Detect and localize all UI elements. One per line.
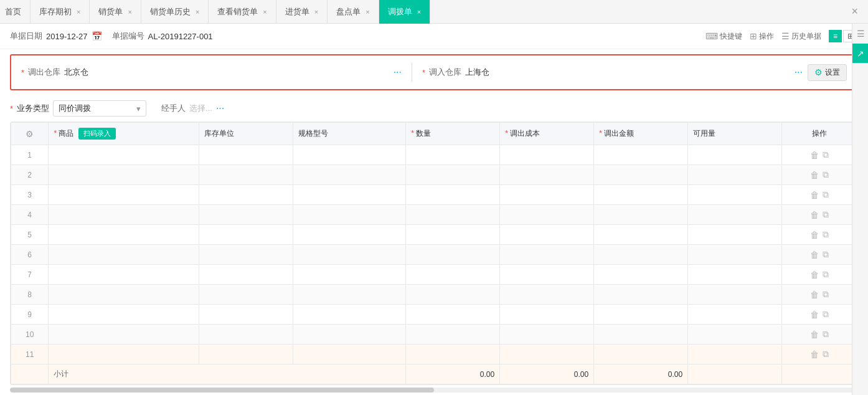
tab-inventory-init[interactable]: 库存期初 × (31, 0, 90, 24)
row-spec[interactable] (293, 185, 405, 205)
close-icon[interactable]: × (128, 8, 131, 16)
tab-purchase-order[interactable]: 进货单 × (276, 0, 328, 24)
row-amount[interactable] (594, 225, 688, 245)
row-spec[interactable] (293, 305, 405, 325)
history-btn[interactable]: ☰ 历史单据 (781, 31, 821, 42)
row-cost[interactable] (500, 165, 594, 185)
tab-sales-history[interactable]: 销货单历史 × (141, 0, 209, 24)
row-qty[interactable] (406, 185, 500, 205)
row-amount[interactable] (594, 265, 688, 285)
row-unit[interactable] (199, 285, 293, 305)
row-qty[interactable] (406, 145, 500, 165)
window-close-icon[interactable]: × (846, 5, 863, 18)
close-icon[interactable]: × (263, 8, 267, 16)
delete-icon[interactable]: 🗑 (810, 250, 819, 260)
close-icon[interactable]: × (77, 8, 80, 16)
row-product[interactable] (49, 345, 199, 364)
row-product[interactable] (49, 245, 199, 265)
calendar-icon[interactable]: 📅 (92, 31, 102, 41)
row-cost[interactable] (500, 265, 594, 285)
tab-transfer[interactable]: 调拨单 × (379, 0, 430, 24)
row-cost[interactable] (500, 285, 594, 305)
copy-icon[interactable]: ⧉ (823, 189, 829, 200)
copy-icon[interactable]: ⧉ (823, 349, 829, 359)
row-qty[interactable] (406, 285, 500, 305)
row-amount[interactable] (594, 285, 688, 305)
in-warehouse-more-btn[interactable]: ··· (795, 67, 803, 78)
copy-icon[interactable]: ⧉ (823, 329, 829, 340)
row-cost[interactable] (500, 145, 594, 165)
row-qty[interactable] (406, 265, 500, 285)
copy-icon[interactable]: ⧉ (823, 269, 829, 280)
row-amount[interactable] (594, 325, 688, 345)
row-qty[interactable] (406, 165, 500, 185)
row-amount[interactable] (594, 245, 688, 265)
close-icon[interactable]: × (196, 8, 199, 16)
close-icon[interactable]: × (314, 8, 318, 16)
row-spec[interactable] (293, 245, 405, 265)
biz-type-select[interactable]: 同价调拨 ▾ (53, 100, 146, 117)
table-settings-icon[interactable]: ⚙ (26, 129, 34, 139)
row-spec[interactable] (293, 325, 405, 345)
copy-icon[interactable]: ⧉ (823, 289, 829, 300)
row-amount[interactable] (594, 345, 688, 364)
row-spec[interactable] (293, 205, 405, 225)
row-spec[interactable] (293, 225, 405, 245)
delete-icon[interactable]: 🗑 (810, 290, 819, 300)
row-cost[interactable] (500, 345, 594, 364)
delete-icon[interactable]: 🗑 (810, 330, 819, 340)
delete-icon[interactable]: 🗑 (810, 150, 819, 160)
copy-icon[interactable]: ⧉ (823, 169, 829, 180)
row-amount[interactable] (594, 185, 688, 205)
row-qty[interactable] (406, 245, 500, 265)
person-placeholder[interactable]: 选择... (189, 103, 212, 114)
delete-icon[interactable]: 🗑 (810, 170, 819, 180)
row-product[interactable] (49, 265, 199, 285)
row-cost[interactable] (500, 245, 594, 265)
sidebar-expand-icon[interactable]: ↗ (852, 44, 868, 64)
row-unit[interactable] (199, 185, 293, 205)
person-more-btn[interactable]: ··· (216, 103, 224, 114)
row-product[interactable] (49, 165, 199, 185)
row-unit[interactable] (199, 225, 293, 245)
scan-entry-btn[interactable]: 扫码录入 (78, 128, 116, 140)
row-product[interactable] (49, 145, 199, 165)
row-unit[interactable] (199, 145, 293, 165)
row-unit[interactable] (199, 245, 293, 265)
copy-icon[interactable]: ⧉ (823, 209, 829, 220)
delete-icon[interactable]: 🗑 (810, 210, 819, 220)
row-product[interactable] (49, 305, 199, 325)
close-icon[interactable]: × (417, 8, 421, 16)
delete-icon[interactable]: 🗑 (810, 230, 819, 240)
row-cost[interactable] (500, 205, 594, 225)
close-icon[interactable]: × (366, 8, 369, 16)
row-qty[interactable] (406, 225, 500, 245)
row-unit[interactable] (199, 265, 293, 285)
row-spec[interactable] (293, 145, 405, 165)
shortcuts-btn[interactable]: ⌨ 快捷键 (705, 31, 742, 42)
horizontal-scrollbar[interactable] (10, 388, 858, 393)
row-qty[interactable] (406, 205, 500, 225)
row-amount[interactable] (594, 165, 688, 185)
sidebar-list-icon[interactable]: ☰ (852, 24, 868, 44)
row-product[interactable] (49, 185, 199, 205)
settings-button[interactable]: ⚙ 设置 (808, 64, 847, 81)
row-spec[interactable] (293, 285, 405, 305)
delete-icon[interactable]: 🗑 (810, 350, 819, 359)
row-qty[interactable] (406, 345, 500, 364)
copy-icon[interactable]: ⧉ (823, 229, 829, 240)
delete-icon[interactable]: 🗑 (810, 270, 819, 280)
row-product[interactable] (49, 285, 199, 305)
row-cost[interactable] (500, 225, 594, 245)
tab-inventory-check[interactable]: 盘点单 × (328, 0, 379, 24)
row-product[interactable] (49, 325, 199, 345)
list-view-btn[interactable]: ≡ (829, 30, 842, 42)
row-spec[interactable] (293, 165, 405, 185)
row-spec[interactable] (293, 265, 405, 285)
out-warehouse-more-btn[interactable]: ··· (394, 67, 402, 78)
row-product[interactable] (49, 205, 199, 225)
row-cost[interactable] (500, 305, 594, 325)
row-cost[interactable] (500, 185, 594, 205)
tab-sales-order[interactable]: 销货单 × (90, 0, 141, 24)
row-unit[interactable] (199, 305, 293, 325)
